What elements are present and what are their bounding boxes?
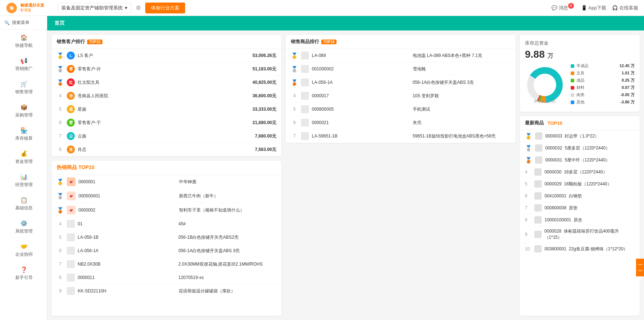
product-rank-card: 销售商品排行 TOP10 🥇 LA-089 电池盖 LA-089 ABS本色+黑…: [286, 35, 515, 143]
rank-number: 4: [291, 93, 298, 98]
message-btn[interactable]: 💬 消息 6: [551, 5, 575, 11]
table-row: 4 杏 苍南县人民医院 36,600.00元: [52, 89, 281, 103]
message-label: 消息: [559, 5, 568, 11]
customer-name: 零售客户-于: [78, 120, 250, 126]
sidebar-item-operations[interactable]: 📊 经营管理: [0, 169, 47, 192]
chart-area: 库存资金占比 半成品 12.45 万 文具: [525, 63, 635, 107]
product-image-placeholder: [535, 144, 542, 152]
gold-medal-icon: 🥇: [57, 52, 64, 59]
product-image-placeholder: [535, 132, 542, 140]
sidebar-item-marketing[interactable]: 📢 营销推广: [0, 53, 47, 76]
sidebar-item-collab[interactable]: 🤝 企业协同: [0, 239, 47, 262]
sidebar-basic-info-label: 基础信息: [15, 205, 33, 211]
legend-value: 0.07 万: [622, 85, 635, 90]
customer-name: 红太阳文具: [78, 79, 250, 86]
search-icon: 🔍: [4, 20, 10, 25]
logo-sub: 标准版: [20, 8, 44, 13]
product-code: LA-056-1A: [78, 248, 176, 253]
phone-icon: 📱: [581, 5, 587, 11]
product-name: 夹壳: [413, 120, 511, 126]
product-code: LA-59651-1B: [312, 134, 410, 139]
table-row: 🥈 零 零售客户-许 51,183.00元: [52, 62, 281, 76]
sidebar: 🔍 搜索菜单 🏠 快捷导航 📢 营销推广 🛒 销售管理 📦 采购管理 🏪 库存核…: [0, 16, 47, 320]
operations-icon: 📊: [20, 173, 28, 180]
sidebar-finance-label: 资金管理: [15, 159, 33, 165]
product-name: 2.0X30MM双搓花轴,搓花直径2.1MM/ROHS: [179, 261, 277, 267]
inventory-value-display: 9.88 万: [525, 49, 635, 60]
sidebar-item-sales[interactable]: 🛒 销售管理: [0, 76, 47, 99]
sidebar-item-purchase[interactable]: 📦 采购管理: [0, 99, 47, 123]
table-row: 7 云 云扬 7,680.00元: [52, 130, 281, 143]
customer-badge: 星: [67, 105, 75, 113]
sidebar-item-guide[interactable]: ❓ 新手引导: [0, 262, 47, 285]
rank-number: 5: [291, 107, 298, 112]
sidebar-item-inventory[interactable]: 🏪 库存核算: [0, 123, 47, 146]
message-badge: 6: [568, 3, 574, 9]
customer-rank-title: 销售客户排行: [57, 38, 85, 45]
product-image-placeholder: [301, 78, 309, 86]
customer-badge: 肖: [67, 145, 75, 153]
rank-number: 9: [525, 232, 531, 237]
list-item: 🥉 🥩 0000002 智利车子里（规格不知道填什么）: [52, 203, 281, 217]
gold-medal-icon: 🥇: [57, 179, 64, 185]
donut-chart: 库存资金占比: [525, 65, 565, 105]
legend-value: -3.86 万: [620, 99, 635, 105]
search-menu[interactable]: 🔍 搜索菜单: [0, 16, 47, 30]
rank-number: 9: [57, 288, 64, 294]
sidebar-item-finance[interactable]: 💰 资金管理: [0, 146, 47, 169]
legend-label: 其他: [576, 99, 618, 105]
legend-item-stationery: 文具 1.01 万: [571, 70, 635, 76]
rank-number: 6: [57, 120, 64, 125]
table-row: 🥇 L LS 客户 53,006.26元: [52, 49, 281, 62]
product-name: 电池盖 LA-089 ABS本色+黑种 7.1克: [413, 53, 511, 59]
product-image-placeholder: [67, 287, 75, 295]
online-service-btn[interactable]: 🎧 在线客服: [612, 5, 638, 11]
customer-badge: 杏: [67, 92, 75, 100]
float-buttons: 客服热线 服务社区 直播: [636, 259, 644, 276]
table-row: 🥇 LA-089 电池盖 LA-089 ABS本色+黑种 7.1克: [286, 49, 515, 62]
legend-label: 材料: [576, 85, 620, 90]
customer-value: 21,680.00元: [253, 120, 276, 126]
product-image: 🥩: [67, 206, 76, 214]
community-btn[interactable]: 服务社区: [636, 265, 644, 271]
rank-number: 7: [291, 134, 298, 139]
sidebar-item-basic-info[interactable]: 📋 基础信息: [0, 192, 47, 216]
legend-dot: [571, 79, 574, 82]
product-image-placeholder: [301, 52, 309, 60]
legend-label: 成品: [576, 78, 620, 83]
rank-number: 4: [525, 169, 531, 175]
new-products-list: 🥇 0000033 封边带（1.0*22） 🥈 0000032 5厘多层（122…: [520, 130, 640, 255]
finance-icon: 💰: [20, 150, 28, 157]
guide-icon: ❓: [20, 266, 28, 273]
legend-dot: [571, 86, 574, 90]
legend-dot: [571, 93, 574, 97]
app-download-btn[interactable]: 📱 App下载: [581, 5, 606, 11]
main-layout: 🔍 搜索菜单 🏠 快捷导航 📢 营销推广 🛒 销售管理 📦 采购管理 🏪 库存核…: [0, 16, 644, 320]
customer-name: 云扬: [78, 133, 252, 139]
product-image-placeholder: [534, 168, 542, 176]
trial-button[interactable]: 体验行业方案: [145, 3, 185, 13]
product-image-placeholder: [534, 180, 542, 188]
list-item: 7 NB2.0X30B 2.0X30MM双搓花轴,搓花直径2.1MM/ROHS: [52, 258, 281, 271]
product-image-placeholder: [67, 274, 75, 282]
product-info: 0000032 5厘多层（1220*2440）: [545, 145, 610, 151]
table-row: 4 0000017 10S 变刹罗殺: [286, 89, 515, 103]
hot-products-title: 热销商品 TOP10: [57, 164, 94, 171]
system-selector[interactable]: 装备及固定资产辅助管理系统 ▾: [57, 3, 131, 13]
table-row: 🥈 001000002 雪地靴: [286, 62, 515, 76]
rank-number: 5: [57, 107, 64, 112]
headset-icon: 🎧: [612, 5, 618, 11]
product-info: 0000029 18颗粒板（1220*2440）: [545, 181, 612, 187]
product-image-placeholder: [534, 204, 542, 212]
sidebar-item-system[interactable]: ⚙️ 系统管理: [0, 216, 47, 239]
product-image-placeholder: [301, 132, 309, 140]
customer-service-btn[interactable]: 客服热线: [636, 259, 644, 265]
customer-name: LS 客户: [78, 53, 250, 59]
settings-icon[interactable]: ⚙: [136, 4, 141, 11]
list-item: 🥈 0000032 5厘多层（1220*2440）: [520, 142, 640, 154]
sidebar-collab-label: 企业协同: [15, 251, 33, 258]
app-label: App下载: [588, 5, 606, 11]
sidebar-item-home[interactable]: 🏠 快捷导航: [0, 30, 47, 53]
product-rank-title: 销售商品排行: [291, 38, 319, 45]
live-btn[interactable]: 直播: [636, 271, 644, 276]
